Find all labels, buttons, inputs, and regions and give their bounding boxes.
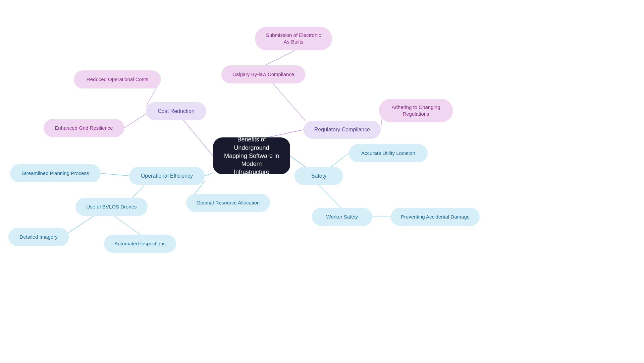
automated-inspections-label: Automated Inspections	[114, 240, 166, 247]
streamlined-planning-label: Streamlined Planning Process	[22, 170, 89, 177]
regulatory-compliance-node: Regulatory Compliance	[304, 121, 381, 139]
use-bvlos-node: Use of BVLOS Drones	[75, 198, 148, 216]
svg-line-2	[124, 114, 146, 128]
worker-safety-label: Worker Safety	[326, 214, 358, 220]
adhering-regulations-node: Adhering to Changing Regulations	[379, 99, 453, 122]
regulatory-compliance-label: Regulatory Compliance	[314, 126, 370, 133]
optimal-resource-label: Optimal Resource Allocation	[197, 199, 260, 206]
reduced-operational-costs-label: Reduced Operational Costs	[87, 76, 148, 83]
submission-electronic-label: Submission of Electronic As-Builts	[266, 32, 321, 46]
svg-line-15	[319, 185, 341, 208]
operational-efficiency-node: Operational Efficiency	[129, 167, 205, 185]
calgary-bylaw-node: Calgary By-law Compliance	[221, 65, 305, 83]
submission-electronic-node: Submission of Electronic As-Builts	[255, 27, 332, 50]
svg-line-12	[114, 216, 140, 235]
streamlined-planning-node: Streamlined Planning Process	[10, 164, 101, 182]
safety-node: Safety	[294, 167, 343, 185]
enhanced-grid-resilience-label: Enhanced Grid Resilience	[55, 125, 113, 131]
detailed-imagery-label: Detailed Imagery	[19, 234, 57, 240]
center-node-label: Benefits of Underground Mapping Software…	[220, 135, 283, 176]
enhanced-grid-resilience-node: Enhanced Grid Resilience	[44, 119, 124, 137]
calgary-bylaw-label: Calgary By-law Compliance	[232, 71, 294, 78]
svg-line-8	[101, 173, 131, 176]
center-node: Benefits of Underground Mapping Software…	[213, 137, 290, 174]
accurate-utility-label: Accurate Utility Location	[361, 150, 415, 157]
accurate-utility-node: Accurate Utility Location	[349, 144, 428, 162]
optimal-resource-node: Optimal Resource Allocation	[186, 194, 270, 212]
automated-inspections-node: Automated Inspections	[104, 235, 176, 253]
preventing-damage-label: Preventing Accidental Damage	[401, 214, 470, 220]
svg-line-7	[205, 173, 213, 176]
use-bvlos-label: Use of BVLOS Drones	[86, 203, 137, 210]
preventing-damage-node: Preventing Accidental Damage	[391, 208, 480, 226]
adhering-regulations-label: Adhering to Changing Regulations	[391, 104, 440, 118]
operational-efficiency-label: Operational Efficiency	[141, 172, 193, 180]
svg-line-5	[265, 50, 295, 65]
cost-reduction-label: Cost Reduction	[158, 108, 194, 115]
worker-safety-node: Worker Safety	[312, 208, 372, 226]
cost-reduction-node: Cost Reduction	[146, 102, 206, 120]
safety-label: Safety	[311, 172, 326, 180]
reduced-operational-costs-node: Reduced Operational Costs	[74, 70, 161, 88]
svg-line-13	[290, 156, 305, 167]
detailed-imagery-node: Detailed Imagery	[8, 228, 69, 246]
